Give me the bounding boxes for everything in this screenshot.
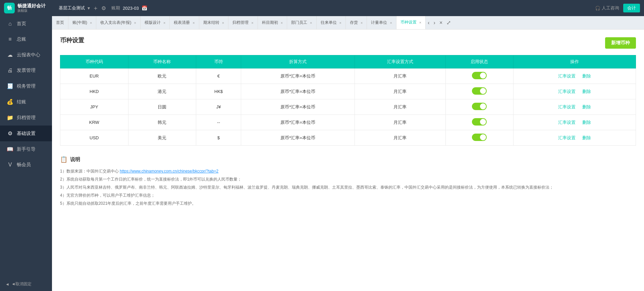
sidebar-item-tax[interactable]: 🧾 税务管理 [0,78,52,94]
tab-period-end-close[interactable]: × [222,21,224,25]
app-container: 畅 畅捷通好会计 旗舰版 基层工会测试 ▾ ＋ ⚙ 账期 2023-03 📅 🎧… [0,0,644,291]
toggle-switch[interactable] [472,134,487,141]
toggle-thumb [480,72,486,79]
settle-icon: 💰 [7,99,13,105]
calendar-icon[interactable]: 📅 [142,5,147,11]
sidebar-item-invoice[interactable]: 🖨 发票管理 [0,63,52,78]
tab-inventory[interactable]: 存货 × [346,16,367,30]
delete-link[interactable]: 删除 [582,104,591,109]
delete-link[interactable]: 删除 [582,89,591,94]
page-title: 币种设置 [60,36,84,44]
toggle-switch[interactable] [472,87,487,95]
new-currency-btn[interactable]: 新增币种 [605,37,636,49]
sidebar-item-settings[interactable]: ⚙ 基础设置 [0,126,52,141]
cell-code: JPY [60,99,128,115]
col-name: 币种名称 [128,55,196,68]
tab-period-close[interactable]: × [90,21,92,25]
header-add-btn[interactable]: ＋ [93,4,99,12]
header-settings-btn[interactable]: ⚙ [101,5,106,11]
note-item-2: 2）系统自动获取每月第一个工作日的汇率标价，统一为直接标价法，即1外币可以兑换的… [60,175,636,183]
cell-name: 日圆 [128,99,196,115]
sidebar-item-reports[interactable]: ☁ 云报表中心 [0,47,52,63]
cell-rate-type: 月汇率 [355,99,445,115]
delete-link[interactable]: 删除 [582,74,591,79]
archive-icon: 📁 [7,114,13,121]
rate-setting-link[interactable]: 汇率设置 [558,89,576,94]
sidebar-label-archive: 归档管理 [17,115,36,121]
cell-calc: 原币*汇率=本位币 [241,130,355,146]
tab-tax-label: 税表清册 [174,20,190,26]
sidebar-label-ledger: 总账 [17,36,26,42]
tab-tax[interactable]: 税表清册 × [170,16,199,30]
tab-partner-close[interactable]: × [339,21,341,25]
rate-setting-link[interactable]: 汇率设置 [558,135,576,140]
toggle-switch[interactable] [472,72,487,79]
tab-subject[interactable]: 科目期初 × [258,16,287,30]
table-row: EUR欧元€原币*汇率=本位币月汇率 汇率设置 删除 [60,68,636,84]
rate-setting-link[interactable]: 汇率设置 [558,74,576,79]
ledger-icon: ≡ [7,36,13,42]
tab-expand-btn[interactable]: ⤢ [444,16,453,30]
tab-prev-btn[interactable]: ‹ [426,16,431,30]
company-dropdown-btn[interactable]: ▾ [88,5,90,11]
tab-tax-close[interactable]: × [193,21,195,25]
tab-unit-close[interactable]: × [390,21,392,25]
tab-next-btn[interactable]: › [432,16,437,30]
sidebar-item-settle[interactable]: 💰 结账 [0,94,52,110]
tab-period-end-label: 期末结转 [203,20,219,26]
sidebar-item-archive[interactable]: 📁 归档管理 [0,110,52,126]
sidebar-label-home: 首页 [17,21,26,27]
note-item-5: 5）系统只能自动抓取2021年度后的汇率，之前年度汇率需要用户手工维护。 [60,199,636,207]
header-right: 🎧 人工咨询 会计 [595,4,640,12]
table-row: JPY日圆J¥原币*汇率=本位币月汇率 汇率设置 删除 [60,99,636,115]
tab-partner-label: 往来单位 [321,20,337,26]
tax-icon: 🧾 [7,83,13,89]
tab-income-close[interactable]: × [134,21,136,25]
tab-period[interactable]: 账(中期) × [68,16,96,30]
settings-icon: ⚙ [7,130,13,137]
notes-link[interactable]: https://www.chinamoney.com.cn/chinese/bk… [120,169,218,174]
tab-inventory-close[interactable]: × [361,21,363,25]
tab-template[interactable]: 模版设计 × [141,16,170,30]
tab-template-close[interactable]: × [163,21,165,25]
sidebar-item-guide[interactable]: 📖 新手引导 [0,141,52,157]
cell-symbol: HK$ [196,84,241,99]
toggle-switch[interactable] [472,103,487,110]
sidebar-label-vip: 畅会员 [17,162,31,168]
tab-partner[interactable]: 往来单位 × [317,16,346,30]
sidebar-item-vip[interactable]: V 畅会员 [0,157,52,173]
tab-archive-label: 归档管理 [232,20,249,26]
tab-currency[interactable]: 币种设置 × [396,16,426,30]
account-btn[interactable]: 会计 [623,4,640,12]
tab-close-all-btn[interactable]: × [437,16,444,30]
tab-dept[interactable]: 部门员工 × [287,16,316,30]
tab-period-end[interactable]: 期末结转 × [199,16,228,30]
sidebar-item-ledger[interactable]: ≡ 总账 [0,32,52,47]
col-rate-type: 汇率设置方式 [355,55,445,68]
toggle-switch[interactable] [472,118,487,126]
tab-archive-close[interactable]: × [251,21,253,25]
cell-rate-type: 月汇率 [355,84,445,99]
company-name: 基层工会测试 [59,5,85,11]
cell-toggle [445,99,514,115]
tab-subject-close[interactable]: × [281,21,283,25]
rate-setting-link[interactable]: 汇率设置 [558,104,576,109]
note-item-3: 3）人民币对马来西亚林吉特、俄罗斯卢布、南非兰特、韩元、阿联酋迪拉姆、沙特里亚尔… [60,183,636,191]
delete-link[interactable]: 删除 [582,120,591,125]
cell-rate-type: 月汇率 [355,130,445,146]
vip-icon: V [7,162,13,168]
sidebar-item-home[interactable]: ⌂ 首页 [0,16,52,32]
tab-archive[interactable]: 归档管理 × [228,16,258,30]
tab-unit[interactable]: 计量单位 × [367,16,396,30]
tab-income[interactable]: 收入支出表(年报) × [96,16,140,30]
sidebar-pin-toggle[interactable]: ◄ ◄取消固定 [0,277,52,291]
tab-home[interactable]: 首页 [52,16,68,30]
tab-currency-close[interactable]: × [419,20,421,25]
rate-setting-link[interactable]: 汇率设置 [558,120,576,125]
delete-link[interactable]: 删除 [582,135,591,140]
help-btn[interactable]: 🎧 人工咨询 [595,5,619,11]
sidebar: ⌂ 首页 ≡ 总账 ☁ 云报表中心 🖨 发票管理 🧾 税务管理 💰 结账 [0,16,52,291]
cell-name: 美元 [128,130,196,146]
tab-dept-close[interactable]: × [310,21,312,25]
cell-name: 欧元 [128,68,196,84]
